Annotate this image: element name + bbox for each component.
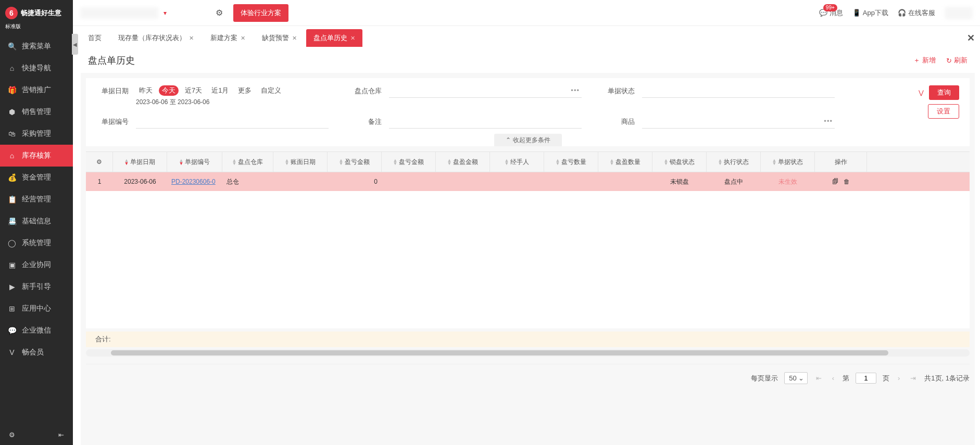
filter-panel: 单据日期 昨天今天近7天近1月更多自定义 2023-06-06 至 2023-0… <box>86 78 970 146</box>
sidebar-icon-7: 📋 <box>7 195 17 204</box>
th-execstatus[interactable]: ▲▼执行状态 <box>707 152 761 172</box>
sidebar-item-13[interactable]: 💬企业微信 <box>0 320 73 341</box>
settings-icon[interactable]: ⚙ <box>7 430 17 439</box>
sidebar-item-9[interactable]: ◯系统管理 <box>0 232 73 254</box>
tab-2[interactable]: 新建方案✕ <box>203 29 253 47</box>
company-selector[interactable]: ▾ <box>80 7 210 19</box>
table-body: 1 2023-06-06 PD-20230606-0 总仓 0 未锁盘 盘点中 … <box>86 172 970 328</box>
filter-product-picker-icon[interactable]: ••• <box>824 117 833 125</box>
th-lossamount[interactable]: ▲▼盘亏金额 <box>382 152 436 172</box>
sidebar-item-1[interactable]: ⌂快捷导航 <box>0 57 73 79</box>
th-docstatus[interactable]: ▲▼单据状态 <box>761 152 815 172</box>
mobile-icon: 📱 <box>852 9 861 17</box>
sidebar-item-6[interactable]: 💰资金管理 <box>0 167 73 188</box>
filter-settings-button[interactable]: 设置 <box>928 104 959 119</box>
sidebar-item-11[interactable]: ▶新手引导 <box>0 276 73 298</box>
th-bookdate[interactable]: ▲▼账面日期 <box>273 152 328 172</box>
user-avatar-blurred[interactable] <box>945 7 973 19</box>
column-settings-button[interactable]: ⚙ <box>86 152 113 172</box>
sidebar-icon-14: V <box>7 348 17 357</box>
close-all-tabs-icon[interactable]: ✕ <box>967 32 975 44</box>
page-size-select[interactable]: 50⌄ <box>784 372 807 384</box>
table-row[interactable]: 1 2023-06-06 PD-20230606-0 总仓 0 未锁盘 盘点中 … <box>86 172 970 191</box>
messages-link[interactable]: 💬 消息 99+ <box>819 8 843 18</box>
tab-1[interactable]: 现存量（库存状况表）✕ <box>111 29 201 47</box>
tab-0[interactable]: 首页 <box>81 29 109 47</box>
sidebar: 6 畅捷通好生意 标准版 🔍搜索菜单⌂快捷导航🎁营销推广⬢销售管理🛍采购管理⌂库… <box>0 0 73 445</box>
filter-date-label: 单据日期 <box>96 85 129 96</box>
sidebar-icon-8: 📇 <box>7 217 17 226</box>
date-chip-2[interactable]: 近7天 <box>182 85 205 96</box>
brand-name: 畅捷通好生意 <box>21 8 61 18</box>
pager-last-icon[interactable]: ⇥ <box>908 374 918 382</box>
promo-button[interactable]: 体验行业方案 <box>233 4 288 22</box>
filter-product-input[interactable] <box>642 116 835 129</box>
refresh-icon: ↻ <box>946 57 952 65</box>
th-gainqty[interactable]: ▲▼盘盈数量 <box>598 152 652 172</box>
cell-docno[interactable]: PD-20230606-0 <box>167 172 222 191</box>
th-lossqty[interactable]: ▲▼盘亏数量 <box>544 152 598 172</box>
sidebar-item-2[interactable]: 🎁营销推广 <box>0 79 73 101</box>
th-lockstatus[interactable]: ▲▼锁盘状态 <box>652 152 707 172</box>
tab-3[interactable]: 缺货预警✕ <box>255 29 304 47</box>
date-chip-0[interactable]: 昨天 <box>136 85 156 96</box>
search-button[interactable]: 查询 <box>929 85 959 100</box>
sidebar-item-7[interactable]: 📋经营管理 <box>0 188 73 210</box>
sidebar-item-label: 新手引导 <box>22 282 51 291</box>
pager-suffix: 页 <box>883 374 889 383</box>
th-docno[interactable]: ▲▼单据编号 <box>167 152 222 172</box>
sidebar-icon-6: 💰 <box>7 173 17 182</box>
sidebar-item-5[interactable]: ⌂库存核算 <box>0 145 73 167</box>
view-row-icon[interactable]: 🗐 <box>832 178 838 185</box>
refresh-button[interactable]: ↻刷新 <box>946 56 968 65</box>
date-chip-1[interactable]: 今天 <box>159 85 179 96</box>
sidebar-item-12[interactable]: ⊞应用中心 <box>0 298 73 320</box>
tab-close-icon[interactable]: ✕ <box>241 35 245 42</box>
docno-link[interactable]: PD-20230606-0 <box>171 178 216 185</box>
th-date[interactable]: ▲▼单据日期 <box>113 152 167 172</box>
add-button[interactable]: ＋新增 <box>913 56 936 65</box>
date-chip-3[interactable]: 近1月 <box>208 85 232 96</box>
th-docstatus-label: 单据状态 <box>778 158 803 167</box>
sidebar-item-label: 应用中心 <box>22 304 51 313</box>
tab-close-icon[interactable]: ✕ <box>189 35 194 42</box>
support-link[interactable]: 🎧 在线客服 <box>898 8 935 18</box>
sidebar-item-0[interactable]: 🔍搜索菜单 <box>0 35 73 57</box>
sidebar-item-3[interactable]: ⬢销售管理 <box>0 101 73 123</box>
th-warehouse[interactable]: ▲▼盘点仓库 <box>222 152 273 172</box>
sidebar-item-8[interactable]: 📇基础信息 <box>0 210 73 232</box>
scrollbar-thumb[interactable] <box>111 350 888 355</box>
sidebar-item-10[interactable]: ▣企业协同 <box>0 254 73 276</box>
delete-row-icon[interactable]: 🗑 <box>844 178 850 185</box>
company-settings-icon[interactable]: ⚙ <box>216 8 223 18</box>
tab-close-icon[interactable]: ✕ <box>292 35 297 42</box>
collapse-sidebar-icon[interactable]: ⇤ <box>56 430 66 439</box>
tab-4[interactable]: 盘点单历史✕ <box>306 29 362 47</box>
filter-status-input[interactable] <box>642 85 835 98</box>
th-plamount-label: 盈亏金额 <box>345 158 370 167</box>
date-chip-5[interactable]: 自定义 <box>258 85 284 96</box>
pager-next-icon[interactable]: › <box>896 374 902 382</box>
sidebar-icon-0: 🔍 <box>7 42 17 51</box>
filter-warehouse-picker-icon[interactable]: ••• <box>571 86 580 94</box>
th-handler[interactable]: ▲▼经手人 <box>490 152 544 172</box>
th-gainamount[interactable]: ▲▼盘盈金额 <box>436 152 490 172</box>
date-chip-4[interactable]: 更多 <box>235 85 255 96</box>
chevron-down-icon: ▾ <box>164 9 167 17</box>
sidebar-icon-2: 🎁 <box>7 85 17 95</box>
pager-prev-icon[interactable]: ‹ <box>830 374 836 382</box>
sidebar-item-4[interactable]: 🛍采购管理 <box>0 123 73 145</box>
filter-expand-toggle-icon[interactable]: ⋁ <box>919 89 924 96</box>
filter-warehouse-input[interactable] <box>389 85 582 98</box>
collapse-filters-button[interactable]: ⌃ 收起更多条件 <box>494 134 562 146</box>
app-download-link[interactable]: 📱 App下载 <box>852 8 888 18</box>
th-plamount[interactable]: ▲▼盈亏金额 <box>328 152 382 172</box>
sidebar-collapse-toggle[interactable]: ◀ <box>72 34 78 55</box>
pager-current-input[interactable] <box>856 373 876 384</box>
sidebar-item-14[interactable]: V畅会员 <box>0 341 73 363</box>
filter-docno-input[interactable] <box>136 116 329 129</box>
tab-close-icon[interactable]: ✕ <box>350 35 355 42</box>
pager-first-icon[interactable]: ⇤ <box>814 374 824 382</box>
horizontal-scrollbar[interactable] <box>86 349 970 357</box>
filter-remark-input[interactable] <box>389 116 582 129</box>
